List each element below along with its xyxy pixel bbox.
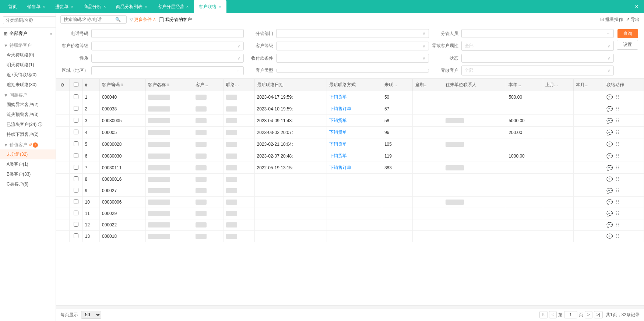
th-settings[interactable]: ⚙: [56, 79, 69, 91]
contact-method-link[interactable]: 下销售订单: [329, 106, 351, 111]
more-action-icon[interactable]: ⠿: [616, 222, 619, 228]
more-action-icon[interactable]: ⠿: [616, 233, 619, 239]
more-action-icon[interactable]: ⠿: [616, 106, 619, 112]
contact-action-icon[interactable]: 💬: [606, 165, 613, 171]
sidebar-item-class-a[interactable]: A类客户(1): [0, 159, 56, 169]
query-button[interactable]: 查询: [617, 29, 638, 38]
contact-action-icon[interactable]: 💬: [606, 199, 613, 205]
filter-select-level[interactable]: ∨: [276, 42, 429, 50]
more-action-icon[interactable]: ⠿: [616, 118, 619, 124]
filter-select-cust-type[interactable]: [276, 69, 429, 73]
contact-method-link[interactable]: 下销货单: [329, 94, 347, 99]
more-conditions-btn[interactable]: ▽ 更多条件 ∧: [130, 17, 156, 23]
contact-action-icon[interactable]: 💬: [606, 222, 613, 228]
filter-select-region[interactable]: ···: [91, 66, 244, 75]
filter-select-nature[interactable]: ∨: [91, 54, 244, 63]
th-name-sort[interactable]: ⇅: [166, 83, 169, 87]
next-page-button[interactable]: >: [585, 311, 592, 318]
reset-button[interactable]: 设置: [617, 40, 638, 50]
row-checkbox[interactable]: [74, 118, 78, 123]
page-number-input[interactable]: [564, 311, 577, 318]
first-page-button[interactable]: K: [539, 311, 548, 318]
filter-input-phone[interactable]: [91, 29, 244, 38]
row-checkbox[interactable]: [74, 165, 78, 170]
nav-tab-purchase-close[interactable]: ×: [71, 4, 73, 9]
sidebar-item-hoarding-abnormal[interactable]: 囤购异常客户(2): [0, 100, 56, 110]
contact-method-link[interactable]: 下销货单: [329, 141, 347, 147]
nav-tab-sales[interactable]: 销售单 ×: [22, 0, 50, 13]
contact-action-icon[interactable]: 💬: [606, 211, 613, 216]
more-action-icon[interactable]: ⠿: [616, 165, 619, 171]
contact-method-link[interactable]: 下销售订单: [329, 165, 351, 170]
filter-select-retail-attr[interactable]: 全部∨: [461, 41, 614, 51]
sidebar-item-today-pending[interactable]: 今天待联络(0): [0, 50, 56, 60]
row-checkbox[interactable]: [74, 233, 78, 238]
sidebar-item-class-c[interactable]: C类客户(6): [0, 179, 56, 189]
sidebar-all-customers[interactable]: ⊞ 全部客户 «: [0, 28, 56, 40]
value-refresh-icon[interactable]: ↺: [29, 142, 32, 147]
nav-tab-customer-segment-close[interactable]: ×: [186, 4, 189, 9]
th-code-sort[interactable]: ⇅: [120, 83, 123, 87]
sidebar-item-ungrouped[interactable]: 未分组(32): [0, 149, 56, 159]
export-button[interactable]: ↗ 导出: [626, 17, 640, 23]
main-search-icon[interactable]: 🔍: [115, 17, 121, 22]
sidebar-item-tomorrow-pending[interactable]: 明天待联络(1): [0, 60, 56, 70]
filter-select-retail[interactable]: 全部∨: [461, 66, 614, 75]
sidebar-item-churned[interactable]: 已流失客户(24) ⓘ: [0, 120, 56, 130]
contact-method-link[interactable]: 下销货单: [329, 130, 347, 135]
my-customers-checkbox[interactable]: 我分管的客户: [159, 17, 192, 23]
contact-action-icon[interactable]: 💬: [606, 94, 613, 100]
row-checkbox[interactable]: [74, 130, 78, 134]
page-size-select[interactable]: 50 20 100: [81, 311, 101, 319]
last-page-button[interactable]: >|: [594, 311, 603, 318]
my-customers-check[interactable]: [159, 17, 164, 22]
sidebar-item-overdue-pending[interactable]: 逾期未联络(30): [0, 80, 56, 90]
more-action-icon[interactable]: ⠿: [616, 94, 619, 100]
contact-action-icon[interactable]: 💬: [606, 176, 613, 182]
row-checkbox[interactable]: [74, 94, 78, 99]
filter-select-person[interactable]: ···: [461, 29, 614, 38]
row-checkbox[interactable]: [74, 106, 78, 111]
more-action-icon[interactable]: ⠿: [616, 153, 619, 159]
nav-tab-product-analysis-close[interactable]: ×: [103, 4, 106, 9]
row-checkbox[interactable]: [74, 222, 78, 227]
batch-op-button[interactable]: ☑ 批量操作: [600, 17, 623, 23]
row-checkbox[interactable]: [74, 141, 78, 146]
nav-tab-customer-segment[interactable]: 客户分层经营 ×: [152, 0, 194, 13]
select-all-checkbox[interactable]: [74, 82, 78, 87]
contact-action-icon[interactable]: 💬: [606, 153, 613, 159]
sidebar-item-7days-pending[interactable]: 近7天待联络(0): [0, 70, 56, 80]
contact-method-link[interactable]: 下销货单: [329, 118, 347, 123]
sidebar-item-churn-warning[interactable]: 流失预警客户(3): [0, 110, 56, 120]
sidebar-item-class-b[interactable]: B类客户(33): [0, 169, 56, 179]
contact-method-link[interactable]: 下销货单: [329, 153, 347, 158]
contact-action-icon[interactable]: 💬: [606, 118, 613, 124]
filter-select-price-level[interactable]: ∨: [91, 42, 244, 50]
nav-tab-home[interactable]: 首页: [3, 0, 22, 13]
row-checkbox[interactable]: [74, 199, 78, 204]
row-checkbox[interactable]: [74, 176, 78, 181]
contact-action-icon[interactable]: 💬: [606, 188, 613, 194]
row-checkbox[interactable]: [74, 188, 78, 193]
nav-tab-sales-close[interactable]: ×: [43, 4, 45, 9]
more-action-icon[interactable]: ⠿: [616, 141, 619, 147]
collapse-arrow-icon[interactable]: «: [49, 31, 52, 36]
row-checkbox[interactable]: [74, 211, 78, 215]
category-search-input[interactable]: [3, 16, 56, 24]
nav-tab-customer-contact-close[interactable]: ×: [219, 4, 221, 9]
row-checkbox[interactable]: [74, 153, 78, 158]
contact-action-icon[interactable]: 💬: [606, 233, 613, 239]
more-action-icon[interactable]: ⠿: [616, 176, 619, 182]
filter-select-dept[interactable]: ∨: [276, 29, 429, 38]
more-action-icon[interactable]: ⠿: [616, 199, 619, 205]
nav-tab-product-analysis[interactable]: 商品分析 ×: [78, 0, 111, 13]
contact-action-icon[interactable]: 💬: [606, 106, 613, 112]
sidebar-item-declining[interactable]: 持续下滑客户(2): [0, 130, 56, 140]
nav-tab-customer-contact[interactable]: 客户联络 ×: [194, 0, 226, 13]
main-search-input[interactable]: [64, 17, 115, 22]
horizontal-scrollbar[interactable]: [56, 305, 644, 308]
more-action-icon[interactable]: ⠿: [616, 211, 619, 216]
nav-tab-purchase[interactable]: 进货单 ×: [50, 0, 78, 13]
more-action-icon[interactable]: ⠿: [616, 188, 619, 194]
contact-action-icon[interactable]: 💬: [606, 130, 613, 135]
